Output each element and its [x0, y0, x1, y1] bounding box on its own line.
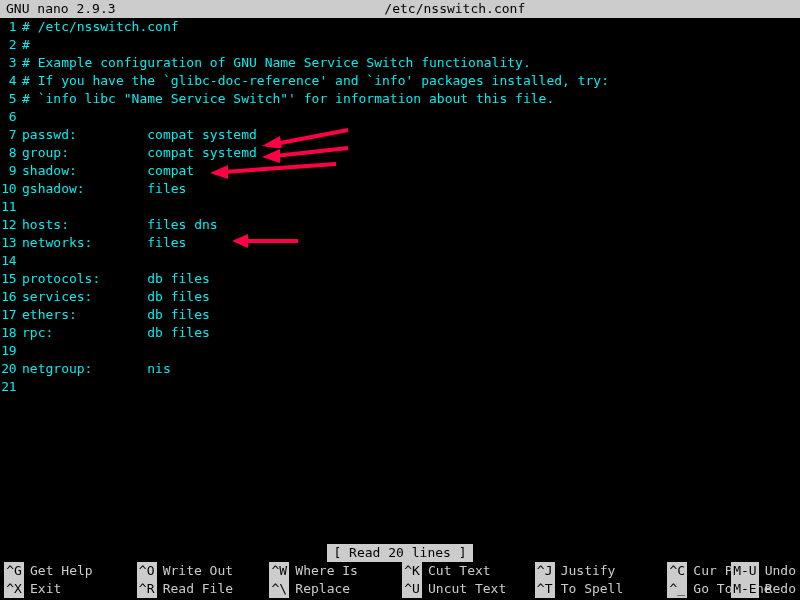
- editor-line[interactable]: 16services: db files: [0, 288, 800, 306]
- comment-text: #: [22, 36, 30, 54]
- line-number: 1: [0, 18, 22, 36]
- editor-line[interactable]: 11: [0, 198, 800, 216]
- config-entry: gshadow: files: [22, 180, 186, 198]
- status-bar: [ Read 20 lines ]: [0, 544, 800, 562]
- editor-line[interactable]: 7passwd: compat systemd: [0, 126, 800, 144]
- config-entry: group: compat systemd: [22, 144, 257, 162]
- editor-line[interactable]: 1# /etc/nsswitch.conf: [0, 18, 800, 36]
- config-entry: shadow: compat: [22, 162, 194, 180]
- line-number: 3: [0, 54, 22, 72]
- config-entry: hosts: files dns: [22, 216, 218, 234]
- help-bar: ^GGet Help^OWrite Out^WWhere Is^KCut Tex…: [4, 562, 796, 598]
- help-key: ^T: [535, 580, 555, 598]
- help-key: ^X: [4, 580, 24, 598]
- line-number: 10: [0, 180, 22, 198]
- line-number: 6: [0, 108, 22, 126]
- help-key: ^_: [667, 580, 687, 598]
- editor-line[interactable]: 5# `info libc "Name Service Switch"' for…: [0, 90, 800, 108]
- editor-line[interactable]: 18rpc: db files: [0, 324, 800, 342]
- editor-line[interactable]: 13networks: files: [0, 234, 800, 252]
- editor-line[interactable]: 19: [0, 342, 800, 360]
- help-key: ^\: [269, 580, 289, 598]
- line-number: 16: [0, 288, 22, 306]
- line-number: 8: [0, 144, 22, 162]
- comment-text: # `info libc "Name Service Switch"' for …: [22, 90, 554, 108]
- comment-text: # If you have the `glibc-doc-reference' …: [22, 72, 609, 90]
- editor-line[interactable]: 15protocols: db files: [0, 270, 800, 288]
- editor-line[interactable]: 14: [0, 252, 800, 270]
- help-label: Redo: [765, 580, 796, 598]
- editor-line[interactable]: 20netgroup: nis: [0, 360, 800, 378]
- help-label: Undo: [765, 562, 796, 580]
- help-key: M-U: [731, 562, 758, 580]
- comment-text: # Example configuration of GNU Name Serv…: [22, 54, 531, 72]
- help-label: Replace: [295, 580, 350, 598]
- editor-line[interactable]: 17ethers: db files: [0, 306, 800, 324]
- help-key: ^J: [535, 562, 555, 580]
- editor-line[interactable]: 2#: [0, 36, 800, 54]
- config-entry: networks: files: [22, 234, 186, 252]
- help-entry[interactable]: ^\Replace: [269, 580, 398, 598]
- line-number: 17: [0, 306, 22, 324]
- help-redo[interactable]: M-E Redo: [731, 580, 796, 598]
- help-entry[interactable]: ^WWhere Is: [269, 562, 398, 580]
- help-label: Uncut Text: [428, 580, 506, 598]
- editor-line[interactable]: 4# If you have the `glibc-doc-reference'…: [0, 72, 800, 90]
- help-key: ^R: [137, 580, 157, 598]
- help-label: Justify: [561, 562, 616, 580]
- config-entry: passwd: compat systemd: [22, 126, 257, 144]
- help-entry[interactable]: ^UUncut Text: [402, 580, 531, 598]
- line-number: 12: [0, 216, 22, 234]
- help-key: ^U: [402, 580, 422, 598]
- help-key: ^O: [137, 562, 157, 580]
- help-label: Exit: [30, 580, 61, 598]
- editor-line[interactable]: 9shadow: compat: [0, 162, 800, 180]
- line-number: 18: [0, 324, 22, 342]
- help-label: Cut Text: [428, 562, 491, 580]
- editor-line[interactable]: 6: [0, 108, 800, 126]
- config-entry: rpc: db files: [22, 324, 210, 342]
- line-number: 9: [0, 162, 22, 180]
- editor-line[interactable]: 10gshadow: files: [0, 180, 800, 198]
- help-key: M-E: [731, 580, 758, 598]
- config-entry: protocols: db files: [22, 270, 210, 288]
- line-number: 2: [0, 36, 22, 54]
- help-entry[interactable]: ^GGet Help: [4, 562, 133, 580]
- file-path: /etc/nsswitch.conf: [384, 0, 525, 18]
- editor-line[interactable]: 12hosts: files dns: [0, 216, 800, 234]
- line-number: 5: [0, 90, 22, 108]
- help-label: To Spell: [561, 580, 624, 598]
- help-entry[interactable]: ^XExit: [4, 580, 133, 598]
- editor-line[interactable]: 21: [0, 378, 800, 396]
- line-number: 7: [0, 126, 22, 144]
- line-number: 20: [0, 360, 22, 378]
- help-label: Write Out: [163, 562, 233, 580]
- help-key: ^W: [269, 562, 289, 580]
- help-label: Read File: [163, 580, 233, 598]
- editor-area[interactable]: 1# /etc/nsswitch.conf2#3# Example config…: [0, 18, 800, 396]
- app-version: GNU nano 2.9.3: [6, 0, 116, 18]
- comment-text: # /etc/nsswitch.conf: [22, 18, 179, 36]
- help-entry[interactable]: ^OWrite Out: [137, 562, 266, 580]
- help-entry[interactable]: ^KCut Text: [402, 562, 531, 580]
- help-entry[interactable]: ^RRead File: [137, 580, 266, 598]
- line-number: 21: [0, 378, 22, 396]
- help-key: ^G: [4, 562, 24, 580]
- help-entry[interactable]: ^JJustify: [535, 562, 664, 580]
- help-key: ^K: [402, 562, 422, 580]
- config-entry: ethers: db files: [22, 306, 210, 324]
- help-label: Get Help: [30, 562, 93, 580]
- config-entry: services: db files: [22, 288, 210, 306]
- line-number: 13: [0, 234, 22, 252]
- help-undo[interactable]: M-U Undo: [731, 562, 796, 580]
- line-number: 4: [0, 72, 22, 90]
- help-extra: M-U Undo M-E Redo: [731, 562, 796, 598]
- help-key: ^C: [667, 562, 687, 580]
- help-entry[interactable]: ^TTo Spell: [535, 580, 664, 598]
- editor-line[interactable]: 8group: compat systemd: [0, 144, 800, 162]
- line-number: 11: [0, 198, 22, 216]
- title-bar: GNU nano 2.9.3 /etc/nsswitch.conf: [0, 0, 800, 18]
- line-number: 14: [0, 252, 22, 270]
- editor-line[interactable]: 3# Example configuration of GNU Name Ser…: [0, 54, 800, 72]
- config-entry: netgroup: nis: [22, 360, 171, 378]
